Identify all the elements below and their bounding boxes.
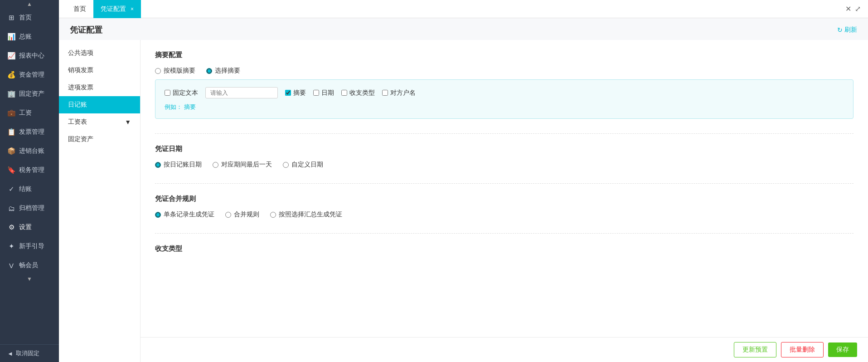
refresh-button[interactable]: ↻ 刷新 <box>837 26 857 34</box>
home-icon: ⊞ <box>7 14 15 22</box>
page-header: 凭证配置 ↻ 刷新 <box>59 18 868 40</box>
page-title: 凭证配置 <box>70 24 102 35</box>
summary-radio-template[interactable]: 按模版摘要 <box>155 67 195 75</box>
tab-voucher-config[interactable]: 凭证配置 × <box>93 0 141 18</box>
merge-radio-single[interactable]: 单条记录生成凭证 <box>155 210 214 219</box>
bottom-bar: 更新预置 批量删除 保存 <box>141 337 868 362</box>
summary-radio-group: 按模版摘要 选择摘要 <box>155 67 853 75</box>
tab-home[interactable]: 首页 <box>66 0 93 18</box>
checkbox-date[interactable]: 日期 <box>313 89 334 97</box>
sidebar-item-settings[interactable]: ⚙ 设置 <box>0 218 59 237</box>
income-type-title: 收支类型 <box>155 245 853 253</box>
ledger-icon: 📊 <box>7 33 15 41</box>
merge-title: 凭证合并规则 <box>155 195 853 203</box>
left-nav: 公共选项 销项发票 进项发票 日记账 工资表 ▼ 固定资产 <box>59 40 141 362</box>
purchase-icon: 📦 <box>7 147 15 155</box>
sidebar-item-settle[interactable]: ✓ 结账 <box>0 180 59 199</box>
tab-close-icon[interactable]: × <box>131 6 134 12</box>
update-preview-button[interactable]: 更新预置 <box>734 342 776 357</box>
summary-radio-select[interactable]: 选择摘要 <box>206 67 240 75</box>
merge-radio-summary[interactable]: 按照选择汇总生成凭证 <box>270 210 342 219</box>
pin-icon: ◄ <box>7 350 13 357</box>
tab-bar: 首页 凭证配置 × ✕ ⤢ <box>59 0 868 18</box>
summary-section: 摘要配置 按模版摘要 选择摘要 <box>155 51 853 119</box>
sidebar-item-invoice[interactable]: 📋 发票管理 <box>0 122 59 142</box>
reports-icon: 📈 <box>7 52 15 60</box>
left-nav-salary-table[interactable]: 工资表 ▼ <box>59 113 140 131</box>
date-radio-journal[interactable]: 按日记账日期 <box>155 161 202 169</box>
date-title: 凭证日期 <box>155 145 853 153</box>
refresh-icon: ↻ <box>837 26 843 34</box>
checkbox-type[interactable]: 收支类型 <box>341 89 375 97</box>
date-radio-custom[interactable]: 自定义日期 <box>283 161 323 169</box>
summary-checkboxes-row: 固定文本 摘要 日期 <box>165 87 844 98</box>
main-area: 首页 凭证配置 × ✕ ⤢ 凭证配置 ↻ 刷新 公共选项 销项发票 进 <box>59 0 868 362</box>
date-radio-period[interactable]: 对应期间最后一天 <box>213 161 272 169</box>
sidebar-item-ledger[interactable]: 📊 总账 <box>0 27 59 46</box>
summary-options-box: 固定文本 摘要 日期 <box>155 79 853 119</box>
batch-delete-button[interactable]: 批量删除 <box>781 342 824 357</box>
checkbox-fixed-text[interactable]: 固定文本 <box>165 89 198 97</box>
funds-icon: 💰 <box>7 71 15 79</box>
settings-icon: ⚙ <box>7 223 15 231</box>
left-nav-journal[interactable]: 日记账 <box>59 96 140 113</box>
summary-preview: 例如： 摘要 <box>165 103 844 111</box>
salary-icon: 💼 <box>7 109 15 117</box>
checkbox-summary[interactable]: 摘要 <box>285 89 306 97</box>
date-section: 凭证日期 按日记账日期 对应期间最后一天 自定义日期 <box>155 145 853 169</box>
sidebar-item-tax[interactable]: 🔖 税务管理 <box>0 161 59 180</box>
guide-icon: ✦ <box>7 242 15 250</box>
window-expand-icon[interactable]: ⤢ <box>855 5 861 13</box>
merge-radio-rules[interactable]: 合并规则 <box>225 210 259 219</box>
left-nav-sales[interactable]: 销项发票 <box>59 62 140 79</box>
tax-icon: 🔖 <box>7 166 15 174</box>
sidebar-item-assets[interactable]: 🏢 固定资产 <box>0 84 59 103</box>
merge-radio-group: 单条记录生成凭证 合并规则 按照选择汇总生成凭证 <box>155 210 853 219</box>
content-area: 公共选项 销项发票 进项发票 日记账 工资表 ▼ 固定资产 <box>59 40 868 362</box>
fixed-text-input[interactable] <box>205 87 278 98</box>
sidebar-scroll-up[interactable]: ▲ <box>0 0 59 8</box>
sidebar: ▲ ⊞ 首页 📊 总账 📈 报表中心 💰 资金管理 🏢 固定资产 💼 工资 📋 … <box>0 0 59 362</box>
merge-section: 凭证合并规则 单条记录生成凭证 合并规则 按照选择汇总生成凭证 <box>155 195 853 219</box>
sidebar-item-purchase[interactable]: 📦 进销台账 <box>0 142 59 161</box>
sidebar-item-funds[interactable]: 💰 资金管理 <box>0 65 59 84</box>
sidebar-item-archive[interactable]: 🗂 归档管理 <box>0 199 59 218</box>
divider-3 <box>155 233 853 234</box>
income-type-section: 收支类型 <box>155 245 853 253</box>
sidebar-unpin-button[interactable]: ◄ 取消固定 <box>0 344 59 362</box>
chevron-down-icon: ▼ <box>125 118 131 126</box>
sidebar-item-guide[interactable]: ✦ 新手引导 <box>0 237 59 256</box>
settle-icon: ✓ <box>7 185 15 193</box>
sidebar-item-salary[interactable]: 💼 工资 <box>0 103 59 122</box>
checkbox-counterpart[interactable]: 对方户名 <box>382 89 416 97</box>
left-nav-public[interactable]: 公共选项 <box>59 44 140 62</box>
tab-bar-actions: ✕ ⤢ <box>845 5 861 13</box>
date-radio-group: 按日记账日期 对应期间最后一天 自定义日期 <box>155 161 853 169</box>
archive-icon: 🗂 <box>7 205 15 212</box>
right-content: 摘要配置 按模版摘要 选择摘要 <box>141 40 868 337</box>
divider-1 <box>155 133 853 134</box>
window-close-icon[interactable]: ✕ <box>845 5 851 13</box>
sidebar-item-home[interactable]: ⊞ 首页 <box>0 8 59 27</box>
divider-2 <box>155 183 853 184</box>
sidebar-item-reports[interactable]: 📈 报表中心 <box>0 46 59 65</box>
sidebar-scroll-down[interactable]: ▼ <box>0 275 59 283</box>
vip-icon: V <box>7 262 15 269</box>
summary-title: 摘要配置 <box>155 51 853 59</box>
invoice-icon: 📋 <box>7 128 15 136</box>
left-nav-fixed-assets[interactable]: 固定资产 <box>59 131 140 148</box>
left-nav-purchase[interactable]: 进项发票 <box>59 79 140 96</box>
sidebar-item-vip[interactable]: V 畅会员 <box>0 256 59 275</box>
assets-icon: 🏢 <box>7 90 15 98</box>
save-button[interactable]: 保存 <box>828 342 857 357</box>
